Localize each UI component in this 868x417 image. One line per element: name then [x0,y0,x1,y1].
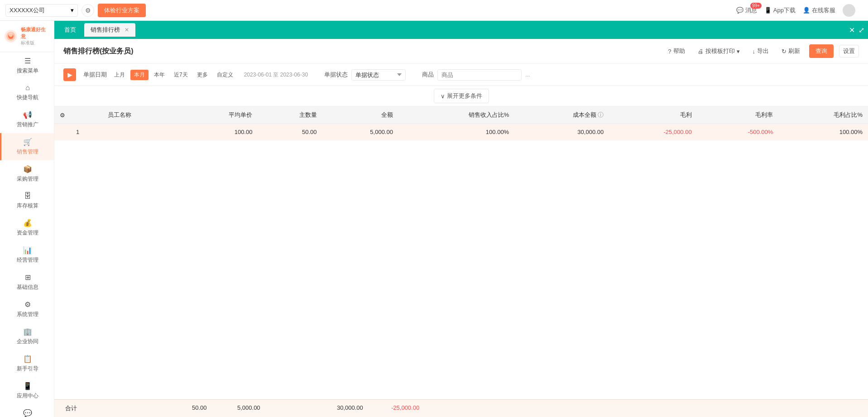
cost-info-icon[interactable]: ⓘ [598,111,604,118]
sidebar-label-inventory: 库存核算 [17,202,38,210]
col-gross-rate: 毛利率 [697,106,779,124]
date-opt-custom[interactable]: 自定义 [213,70,237,80]
refresh-btn[interactable]: ↻ 刷新 [778,45,804,57]
col-cost: 成本全额 ⓘ [514,106,609,124]
sales-icon: 🛒 [23,138,32,146]
col-name: 员工名称 [102,106,180,124]
sidebar-item-search[interactable]: ☰ 搜索菜单 [0,52,54,79]
expand-btn[interactable]: ∨ 展开更多条件 [434,89,489,103]
sidebar-item-basic[interactable]: ⊞ 基础信息 [0,268,54,296]
sidebar-item-finance[interactable]: 💰 资金管理 [0,214,54,241]
print-icon: 🖨 [698,48,704,55]
tab-home[interactable]: 首页 [58,23,82,37]
chevron-down-icon: ∨ [441,93,445,100]
date-range-display: 2023-06-01 至 2023-06-30 [244,71,308,79]
date-opt-last[interactable]: 上月 [110,70,129,80]
inventory-icon: 🗄 [24,192,31,200]
avatar[interactable] [843,4,855,17]
col-settings[interactable]: ⚙ [54,106,71,124]
sidebar-item-purchase[interactable]: 📦 采购管理 [0,160,54,187]
footer-sales-pct [277,404,331,412]
col-avg-price: 平均单价 [180,106,258,124]
cell-amount: 5,000.00 [322,124,398,140]
header-settings-btn[interactable]: ⚙ [82,4,94,17]
main-layout: 畅康通好生意 标准版 ☰ 搜索菜单 ⌂ 快捷导航 📢 营销推广 🛒 销售管理 📦… [0,21,868,417]
enterprise-icon: 🏢 [23,327,32,336]
goods-input[interactable] [437,69,522,81]
settings-btn[interactable]: 设置 [839,45,859,58]
purchase-icon: 📦 [23,165,32,173]
sidebar-item-app[interactable]: 📱 应用中心 [0,377,54,404]
sidebar-item-wechat[interactable]: 💬 企业微信 [0,404,54,417]
date-options: 上月 本月 本年 近7天 更多 自定义 [110,70,237,80]
tab-sales-rank-label: 销售排行榜 [91,26,120,34]
online-service-btn[interactable]: 👤 在线客服 [803,6,835,14]
table-footer: 合计 50.00 5,000.00 30,000.00 -25,000.00 [54,399,868,417]
sidebar-label-basic: 基础信息 [17,283,38,291]
wechat-icon: 💬 [23,409,32,417]
sidebar-label-purchase: 采购管理 [17,175,38,183]
sidebar-label-guide: 新手引导 [17,365,38,373]
date-opt-more[interactable]: 更多 [193,70,211,80]
sidebar-item-marketing[interactable]: 📢 营销推广 [0,106,54,133]
app-download-btn[interactable]: 📱 App下载 [764,6,796,14]
chevron-down-icon: ▾ [71,7,74,14]
help-icon: ? [668,48,671,55]
sidebar-item-operations[interactable]: 📊 经营管理 [0,241,54,268]
sidebar-item-quick-nav[interactable]: ⌂ 快捷导航 [0,79,54,106]
date-filter: 单据日期 上月 本月 本年 近7天 更多 自定义 [83,70,237,80]
expand-btn-label: 展开更多条件 [447,92,482,100]
sidebar-item-sales[interactable]: 🛒 销售管理 [0,133,54,160]
date-opt-current[interactable]: 本月 [130,70,149,80]
refresh-label: 刷新 [788,47,800,55]
export-btn[interactable]: ↓ 导出 [749,45,773,57]
window-close-icon[interactable]: ✕ [849,26,855,34]
table-header-row: ⚙ 员工名称 平均单价 主数量 全额 销售收入占比% 成本全额 ⓘ 毛利 毛利率… [54,106,868,124]
sidebar-label-marketing: 营销推广 [17,121,38,129]
search-icon: ☰ [24,57,31,65]
date-opt-7days[interactable]: 近7天 [170,70,192,80]
page-actions: ? 帮助 🖨 按模板打印 ▾ ↓ 导出 ↻ 刷新 [664,44,859,58]
print-label: 按模板打印 [705,47,735,55]
footer-quantity: 50.00 [187,404,232,412]
sidebar-item-system[interactable]: ⚙ 系统管理 [0,296,54,323]
sidebar-item-guide[interactable]: 📋 新手引导 [0,350,54,377]
filter-collapse-btn[interactable]: ▶ [63,68,76,81]
sidebar-item-enterprise[interactable]: 🏢 企业协同 [0,323,54,350]
filter-bar: ▶ 单据日期 上月 本月 本年 近7天 更多 自定义 2023-06-01 至 … [54,64,868,86]
message-btn[interactable]: 💬 消息 99+ [736,6,757,14]
tab-home-label: 首页 [64,26,76,34]
company-selector[interactable]: XXXXXX公司 ▾ [5,4,78,17]
date-range-text: 2023-06-01 至 2023-06-30 [244,71,308,79]
sidebar-item-inventory[interactable]: 🗄 库存核算 [0,187,54,214]
settings-label: 设置 [843,47,855,55]
marketing-icon: 📢 [23,110,32,119]
col-gross-pct: 毛利占比% [778,106,868,124]
footer-gross: -25,000.00 [386,404,425,412]
tab-close-icon[interactable]: ✕ [125,27,129,33]
query-button[interactable]: 查询 [809,44,834,58]
message-icon: 💬 [736,7,743,14]
date-opt-year[interactable]: 本年 [150,70,168,80]
tab-sales-rank[interactable]: 销售排行榜 ✕ [84,23,135,37]
window-expand-icon[interactable]: ⤢ [858,26,864,34]
trial-button[interactable]: 体验行业方案 [98,4,146,17]
footer-avg-price [141,404,187,412]
page-title: 销售排行榜(按业务员) [63,47,134,56]
cell-rank: 1 [71,124,102,140]
page-header: 销售排行榜(按业务员) ? 帮助 🖨 按模板打印 ▾ ↓ 导出 [54,39,868,64]
sidebar-label-sales: 销售管理 [17,148,38,156]
col-gross: 毛利 [609,106,697,124]
more-icon[interactable]: ... [525,72,530,78]
help-label: 帮助 [673,47,685,55]
status-select[interactable]: 单据状态 [351,69,406,81]
print-btn[interactable]: 🖨 按模板打印 ▾ [694,45,743,57]
basic-icon: ⊞ [25,273,31,282]
col-quantity: 主数量 [258,106,322,124]
sidebar-label-operations: 经营管理 [17,256,38,264]
help-btn[interactable]: ? 帮助 [664,45,688,57]
operations-icon: 📊 [23,246,32,254]
filter-expand-row: ∨ 展开更多条件 [54,86,868,106]
footer-amount: 5,000.00 [232,404,277,412]
cell-gross-rate: -500.00% [697,124,779,140]
